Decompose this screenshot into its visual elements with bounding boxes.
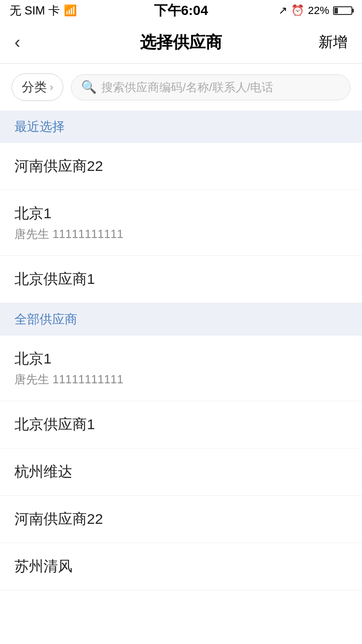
search-box[interactable]: 🔍 搜索供应商编码/名称/联系人/电话	[71, 74, 350, 100]
list-item[interactable]: 杭州维达	[0, 448, 362, 496]
category-label: 分类	[22, 79, 47, 96]
sim-status: 无 SIM 卡	[10, 3, 60, 18]
list-item[interactable]: 苏州清风	[0, 543, 362, 590]
status-bar: 无 SIM 卡 📶 下午6:04 ↗ ⏰ 22%	[0, 0, 362, 21]
search-placeholder: 搜索供应商编码/名称/联系人/电话	[101, 80, 273, 95]
search-icon: 🔍	[81, 80, 97, 95]
section-header-all: 全部供应商	[0, 303, 362, 336]
filter-bar: 分类 › 🔍 搜索供应商编码/名称/联系人/电话	[0, 64, 362, 111]
page-title: 选择供应商	[140, 31, 222, 54]
wifi-icon: 📶	[64, 4, 77, 17]
list-item[interactable]: 河南供应商22	[0, 143, 362, 190]
location-icon: ↗	[278, 4, 287, 17]
item-name: 杭州维达	[14, 462, 348, 482]
list-item[interactable]: 河南供应商22	[0, 496, 362, 543]
chevron-right-icon: ›	[50, 81, 53, 94]
list-item[interactable]: 北京供应商1	[0, 256, 362, 303]
status-left: 无 SIM 卡 📶	[10, 3, 77, 18]
add-button[interactable]: 新增	[319, 32, 348, 52]
list-item[interactable]: 北京1唐先生 11111111111	[0, 190, 362, 256]
list-item[interactable]: 北京供应商1	[0, 401, 362, 448]
item-name: 河南供应商22	[14, 509, 348, 529]
item-name: 北京1	[14, 349, 348, 369]
nav-bar: ‹ 选择供应商 新增	[0, 21, 362, 64]
battery-icon	[333, 6, 352, 15]
item-name: 北京供应商1	[14, 269, 348, 289]
item-name: 北京1	[14, 204, 348, 224]
alarm-icon: ⏰	[291, 4, 304, 17]
item-name: 北京供应商1	[14, 415, 348, 434]
status-right: ↗ ⏰ 22%	[278, 4, 352, 17]
item-name: 河南供应商22	[14, 156, 348, 176]
back-button[interactable]: ‹	[14, 32, 43, 53]
section-header-text-recent: 最近选择	[14, 119, 65, 134]
section-header-text-all: 全部供应商	[14, 312, 77, 326]
item-sub: 唐先生 11111111111	[14, 372, 348, 387]
status-time: 下午6:04	[154, 1, 208, 20]
section-header-recent: 最近选择	[0, 111, 362, 143]
list-item[interactable]: 北京1唐先生 11111111111	[0, 336, 362, 401]
item-name: 苏州清风	[14, 557, 348, 576]
category-button[interactable]: 分类 ›	[12, 73, 63, 101]
battery-percentage: 22%	[308, 4, 329, 17]
item-sub: 唐先生 11111111111	[14, 226, 348, 242]
